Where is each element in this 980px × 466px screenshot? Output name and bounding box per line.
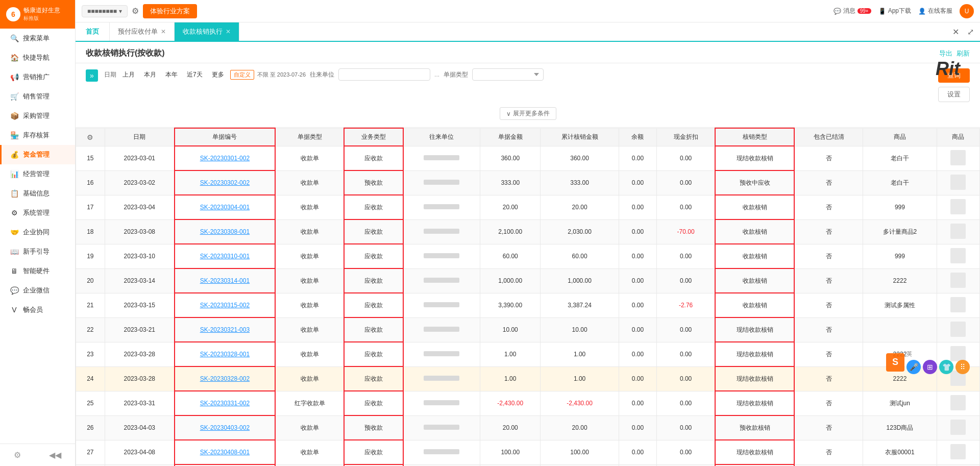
row-date: 2023-03-04 xyxy=(105,195,175,219)
row-balance: 0.00 xyxy=(619,195,656,219)
row-discount: 0.00 xyxy=(657,244,716,268)
row-bill-no[interactable]: SK-20230308-001 xyxy=(175,219,275,244)
row-bill-no[interactable]: SK-20230331-002 xyxy=(175,391,275,415)
row-num: 15 xyxy=(76,146,105,170)
mic-icon[interactable]: 🎤 xyxy=(906,360,921,374)
row-writeoff-type: 现结收款核销 xyxy=(715,342,794,366)
sidebar-item-inventory[interactable]: 🏪库存核算 xyxy=(0,126,75,145)
sidebar-label-search: 搜索菜单 xyxy=(23,34,50,43)
row-verified: 2,030.00 xyxy=(541,219,619,244)
row-bill-no[interactable]: SK-20230328-002 xyxy=(175,366,275,391)
row-date: 2023-04-08 xyxy=(105,440,175,464)
row-writeoff-type: 现结收款核销 xyxy=(715,366,794,391)
tab-home[interactable]: 首页 xyxy=(76,22,110,41)
custom-date-btn[interactable]: 自定义 xyxy=(230,70,254,80)
row-bill-no[interactable]: SK-20230310-001 xyxy=(175,244,275,268)
last-month-btn[interactable]: 上月 xyxy=(119,69,138,80)
sidebar-item-hardware[interactable]: 🖥智能硬件 xyxy=(0,261,75,281)
row-bill-no[interactable]: SK-20230408-001 xyxy=(175,440,275,464)
row-bill-no[interactable]: SK-20230314-001 xyxy=(175,268,275,293)
row-bill-no[interactable]: SK-20230302-002 xyxy=(175,170,275,195)
sidebar-item-system[interactable]: ⚙系统管理 xyxy=(0,203,75,223)
table-row: 22 2023-03-21 SK-20230321-003 收款单 应收款 10… xyxy=(76,317,980,342)
online-service-item[interactable]: 👤 在线客服 xyxy=(918,7,952,15)
sidebar-item-marketing[interactable]: 📢营销推广 xyxy=(0,67,75,87)
messages-item[interactable]: 💬 消息 99+ xyxy=(834,7,871,15)
export-button[interactable]: 导出 xyxy=(939,49,952,58)
apps-icon[interactable]: ⠿ xyxy=(955,360,970,374)
row-balance: 0.00 xyxy=(619,219,656,244)
expand-more-conditions-button[interactable]: ∨ 展开更多条件 xyxy=(500,107,556,120)
row-bill-no[interactable]: SK-20230315-002 xyxy=(175,293,275,317)
row-num: 20 xyxy=(76,268,105,293)
tab-close-all-icon[interactable]: ✕ xyxy=(950,26,961,38)
logo-badge: 标推版 xyxy=(23,15,60,22)
tab-writeoff[interactable]: 收款核销执行 ✕ xyxy=(175,22,239,41)
filter-expand-button[interactable]: » xyxy=(86,69,98,82)
topbar-gear-icon[interactable]: ⚙ xyxy=(132,6,139,16)
sidebar-item-quick-nav[interactable]: 🏠快捷导航 xyxy=(0,48,75,67)
row-settled: 否 xyxy=(794,268,863,293)
sidebar-label-hardware: 智能硬件 xyxy=(23,266,50,276)
row-verified: 1.00 xyxy=(541,342,619,366)
sidebar-item-sales[interactable]: 🛒销售管理 xyxy=(0,87,75,106)
sidebar-item-wechat[interactable]: 💬企业微信 xyxy=(0,281,75,300)
partner-input[interactable] xyxy=(338,68,430,81)
row-date: 2023-03-14 xyxy=(105,268,175,293)
message-badge: 99+ xyxy=(857,8,871,14)
row-verified: 1,000.00 xyxy=(541,268,619,293)
last-7days-btn[interactable]: 近7天 xyxy=(184,69,206,80)
sidebar-item-search[interactable]: 🔍搜索菜单 xyxy=(0,29,75,48)
sidebar-item-corp[interactable]: 🤝企业协同 xyxy=(0,223,75,242)
more-date-btn[interactable]: 更多 xyxy=(209,69,227,80)
row-bill-no[interactable]: SK-20230321-003 xyxy=(175,317,275,342)
user-avatar[interactable]: U xyxy=(960,4,974,18)
row-balance: 0.00 xyxy=(619,317,656,342)
industry-solution-button[interactable]: 体验行业方案 xyxy=(143,4,197,18)
sidebar-label-wechat: 企业微信 xyxy=(23,286,50,295)
setting-button[interactable]: 设置 xyxy=(938,87,970,102)
row-goods2 xyxy=(937,170,979,195)
grid-icon[interactable]: ⊞ xyxy=(923,360,937,374)
sidebar-item-purchase[interactable]: 📦采购管理 xyxy=(0,106,75,126)
sidebar-icon-search: 🔍 xyxy=(10,34,19,42)
logo-icon: 6 xyxy=(6,7,20,21)
row-num: 18 xyxy=(76,219,105,244)
row-discount: -2.76 xyxy=(657,293,716,317)
tab-expand-icon[interactable]: ⤢ xyxy=(965,26,976,38)
tab-prepay-close-icon[interactable]: ✕ xyxy=(161,28,166,35)
row-num: 22 xyxy=(76,317,105,342)
sidebar-item-member[interactable]: V畅会员 xyxy=(0,300,75,320)
tab-writeoff-label: 收款核销执行 xyxy=(183,27,223,36)
row-amount: -2,430.00 xyxy=(480,391,541,415)
sidebar-item-basic[interactable]: 📋基础信息 xyxy=(0,184,75,203)
row-bill-no[interactable]: SK-20230304-001 xyxy=(175,195,275,219)
this-month-btn[interactable]: 本月 xyxy=(141,69,159,80)
brand-name: ■■■■■■■■ xyxy=(87,8,117,15)
th-settings[interactable]: ⚙ xyxy=(76,128,105,146)
row-bill-no[interactable]: SK-20230403-002 xyxy=(175,415,275,440)
shirt-icon[interactable]: 👕 xyxy=(939,360,953,374)
row-verified: 20.00 xyxy=(541,195,619,219)
topbar-brand[interactable]: ■■■■■■■■ ▾ xyxy=(82,5,128,17)
tab-writeoff-close-icon[interactable]: ✕ xyxy=(226,28,231,35)
sidebar-item-guide[interactable]: 📖新手引导 xyxy=(0,242,75,261)
sidebar-item-business[interactable]: 📊经营管理 xyxy=(0,164,75,184)
sidebar-label-marketing: 营销推广 xyxy=(23,72,50,82)
row-amount: 20.00 xyxy=(480,415,541,440)
refresh-button[interactable]: 刷新 xyxy=(957,49,970,58)
table-gear-icon[interactable]: ⚙ xyxy=(87,133,93,141)
sidebar-collapse-icon[interactable]: ◀◀ xyxy=(45,448,65,462)
app-download-item[interactable]: 📱 App下载 xyxy=(878,7,911,15)
row-bill-no[interactable]: SK-20230301-002 xyxy=(175,146,275,170)
th-writeoff-type: 核销类型 xyxy=(715,128,794,146)
sidebar-settings-icon[interactable]: ⚙ xyxy=(10,448,25,462)
tab-prepay[interactable]: 预付应收付单 ✕ xyxy=(110,22,175,41)
sidebar-label-sales: 销售管理 xyxy=(23,92,50,101)
bill-type-select[interactable] xyxy=(472,68,544,81)
row-bill-type: 收款单 xyxy=(275,293,344,317)
row-bill-no[interactable]: SK-20230328-001 xyxy=(175,342,275,366)
row-verified: 60.00 xyxy=(541,244,619,268)
this-year-btn[interactable]: 本年 xyxy=(162,69,181,80)
sidebar-item-finance[interactable]: 💰资金管理 xyxy=(0,145,75,164)
